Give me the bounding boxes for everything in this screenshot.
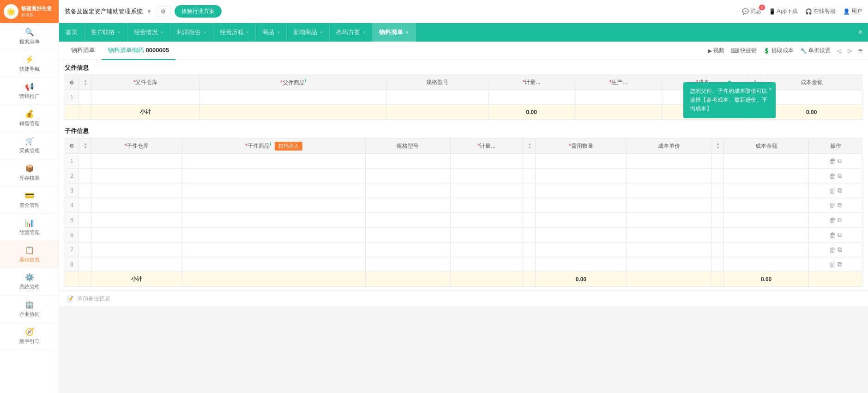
child-row-5-spec[interactable] <box>365 213 450 228</box>
child-row-6-quantity[interactable] <box>536 228 627 242</box>
close-all-tabs-button[interactable]: × <box>853 28 868 36</box>
delete-row-5-button[interactable]: 🗑 <box>829 217 836 224</box>
parent-col-gear[interactable]: ⚙ <box>65 75 79 90</box>
settings-control[interactable]: 🔧 单据设置 <box>800 47 831 54</box>
delete-row-6-button[interactable]: 🗑 <box>829 231 836 239</box>
scan-input-button[interactable]: 扫码录入 <box>275 142 302 151</box>
child-row-2-goods[interactable] <box>182 169 366 183</box>
close-goods-tab[interactable]: × <box>277 30 280 35</box>
copy-row-5-button[interactable]: ⧉ <box>838 216 842 224</box>
sidebar-item-basic[interactable]: 📋 基础信息 <box>0 241 59 268</box>
copy-row-2-button[interactable]: ⧉ <box>838 172 842 180</box>
child-row-8-unit-price[interactable] <box>627 257 711 272</box>
user-button[interactable]: 👤 用户 <box>843 7 862 15</box>
app-download-button[interactable]: 📱 App下载 <box>769 7 798 15</box>
child-row-2-unit-price[interactable] <box>627 169 711 183</box>
child-row-5-warehouse[interactable] <box>91 213 182 228</box>
child-row-6-warehouse[interactable] <box>91 228 182 242</box>
sidebar-item-marketing[interactable]: 📢 营销推广 <box>0 78 59 105</box>
tab-home[interactable]: 首页 <box>59 23 84 42</box>
child-row-4-goods[interactable] <box>182 198 366 213</box>
subtab-bom-code[interactable]: 物料清单编码 0000005 <box>102 42 175 60</box>
sidebar-item-operation[interactable]: 📊 经营管理 <box>0 214 59 241</box>
tab-barcode[interactable]: 条码方案 × <box>330 23 373 42</box>
sidebar-item-system[interactable]: ⚙️ 系统管理 <box>0 268 59 296</box>
sidebar-item-corp[interactable]: 🏢 企业协同 <box>0 296 59 323</box>
copy-row-1-button[interactable]: ⧉ <box>838 157 842 165</box>
child-row-8-warehouse[interactable] <box>91 257 182 272</box>
child-row-2-quantity[interactable] <box>536 169 627 183</box>
tab-profit[interactable]: 利润报告 × <box>170 23 213 42</box>
close-bom-tab[interactable]: × <box>406 30 409 35</box>
child-row-2-warehouse[interactable] <box>91 169 182 183</box>
child-row-6-goods[interactable] <box>182 228 366 242</box>
child-row-1-quantity[interactable] <box>536 154 627 169</box>
shortcut-control[interactable]: ⌨ 快捷键 <box>731 47 757 54</box>
child-row-3-warehouse[interactable] <box>91 183 182 198</box>
cost-control[interactable]: 💲 提取成本 <box>763 47 794 54</box>
child-row-7-warehouse[interactable] <box>91 242 182 257</box>
view-control[interactable]: ▶ 视频 <box>708 47 724 54</box>
subtab-bom-list[interactable]: 物料清单 <box>65 42 102 60</box>
child-row-3-quantity[interactable] <box>536 183 627 198</box>
sidebar-item-fast-nav[interactable]: ⚡ 快捷导航 <box>0 50 59 78</box>
child-row-5-unit-price[interactable] <box>627 213 711 228</box>
child-row-1-unit[interactable] <box>450 154 523 169</box>
child-row-8-unit[interactable] <box>450 257 523 272</box>
prev-nav-button[interactable]: ◁ <box>837 48 841 54</box>
delete-row-2-button[interactable]: 🗑 <box>829 172 836 180</box>
parent-row-1-unit[interactable] <box>488 90 575 105</box>
child-row-4-unit[interactable] <box>450 198 523 213</box>
delete-row-1-button[interactable]: 🗑 <box>829 157 836 165</box>
child-row-6-unit[interactable] <box>450 228 523 242</box>
child-row-1-spec[interactable] <box>365 154 450 169</box>
child-row-1-unit-price[interactable] <box>627 154 711 169</box>
close-add-goods-tab[interactable]: × <box>320 30 323 35</box>
child-row-1-warehouse[interactable] <box>91 154 182 169</box>
trial-button[interactable]: 体验行业方案 <box>175 5 222 18</box>
tab-bom[interactable]: 物料清单 × <box>373 23 416 42</box>
parent-row-1-warehouse[interactable] <box>91 90 199 105</box>
sidebar-item-purchase[interactable]: 🛒 采购管理 <box>0 132 59 159</box>
parent-row-1-production[interactable] <box>575 90 662 105</box>
message-button[interactable]: 💬 6 消息 <box>742 7 761 15</box>
child-row-4-unit-price[interactable] <box>627 198 711 213</box>
close-operation-status-tab[interactable]: × <box>161 30 163 35</box>
tooltip-close-button[interactable]: × <box>769 85 772 94</box>
gear-button[interactable]: ⚙ <box>156 6 171 17</box>
child-row-7-goods[interactable] <box>182 242 366 257</box>
child-row-7-spec[interactable] <box>365 242 450 257</box>
child-col-gear[interactable]: ⚙ <box>65 139 79 154</box>
child-row-2-spec[interactable] <box>365 169 450 183</box>
child-row-4-warehouse[interactable] <box>91 198 182 213</box>
dropdown-icon[interactable]: ▼ <box>146 8 152 15</box>
tab-op-history[interactable]: 经营历程 × <box>213 23 256 42</box>
list-view-button[interactable]: ≡ <box>858 47 862 55</box>
sidebar-item-finance[interactable]: 💳 资金管理 <box>0 187 59 214</box>
close-barcode-tab[interactable]: × <box>363 30 366 35</box>
child-row-5-unit[interactable] <box>450 213 523 228</box>
next-nav-button[interactable]: ▷ <box>848 48 852 54</box>
tab-customer[interactable]: 客户联络 × <box>84 23 127 42</box>
copy-row-7-button[interactable]: ⧉ <box>838 246 842 254</box>
copy-row-8-button[interactable]: ⧉ <box>838 260 842 268</box>
child-row-7-unit-price[interactable] <box>627 242 711 257</box>
child-row-3-unit[interactable] <box>450 183 523 198</box>
child-row-6-spec[interactable] <box>365 228 450 242</box>
online-service-button[interactable]: 🎧 在线客服 <box>805 7 836 15</box>
tab-add-goods[interactable]: 新增商品 × <box>287 23 330 42</box>
child-row-7-unit[interactable] <box>450 242 523 257</box>
sidebar-item-guide[interactable]: 🧭 新手引导 <box>0 323 59 350</box>
copy-row-6-button[interactable]: ⧉ <box>838 231 842 239</box>
child-row-8-quantity[interactable] <box>536 257 627 272</box>
child-row-7-quantity[interactable] <box>536 242 627 257</box>
child-row-5-goods[interactable] <box>182 213 366 228</box>
child-row-4-spec[interactable] <box>365 198 450 213</box>
delete-row-4-button[interactable]: 🗑 <box>829 202 836 209</box>
sidebar-item-search[interactable]: 🔍 搜索菜单 <box>0 23 59 50</box>
child-row-3-unit-price[interactable] <box>627 183 711 198</box>
copy-row-3-button[interactable]: ⧉ <box>838 187 842 194</box>
child-row-3-goods[interactable] <box>182 183 366 198</box>
copy-row-4-button[interactable]: ⧉ <box>838 201 842 209</box>
child-row-1-goods[interactable] <box>182 154 366 169</box>
